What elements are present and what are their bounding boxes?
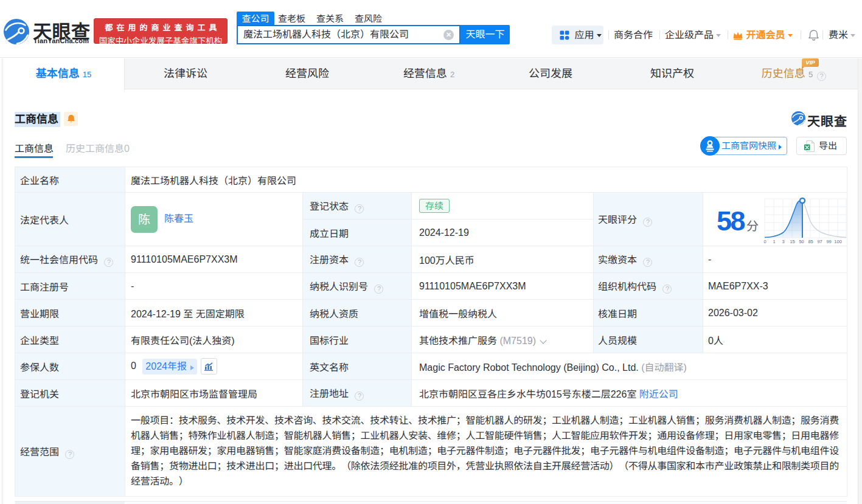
svg-text:1: 1: [773, 239, 776, 244]
svg-text:15: 15: [790, 239, 794, 244]
svg-text:85: 85: [808, 239, 813, 244]
svg-text:99: 99: [826, 239, 831, 244]
svg-text:97: 97: [817, 239, 822, 244]
svg-text:50: 50: [799, 239, 804, 244]
svg-text:3: 3: [782, 239, 785, 244]
svg-text:100: 100: [834, 239, 842, 244]
svg-text:0: 0: [764, 239, 766, 244]
